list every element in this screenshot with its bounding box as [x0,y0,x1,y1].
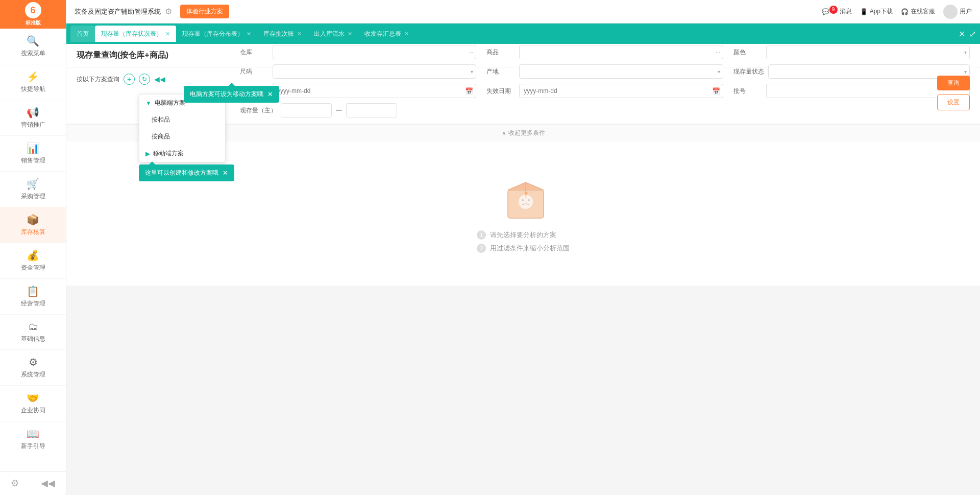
scheme-list: ▼ 电脑端方案 按相品 按商品 ▶ 移动端方案 [139,94,226,162]
tab-flow-close[interactable]: ✕ [348,31,352,37]
online-service-btn[interactable]: 🎧 在线客服 [901,7,935,16]
settings-gear-icon[interactable]: ⚙ [165,7,172,16]
production-date-start-wrapper: 📅 [273,84,476,98]
scheme-tooltip-close[interactable]: ✕ [267,90,273,98]
tab-inventory-dist[interactable]: 现存量（库存分布表） ✕ [176,26,257,42]
header-right: 💬 9 消息 📱 App下载 🎧 在线客服 用户 [822,5,972,19]
main-area: 装备及固定资产辅助管理系统 ⚙ 体验行业方案 💬 9 消息 📱 App下载 🎧 … [66,0,980,495]
goods-input[interactable] [519,45,723,59]
filter-row-stock-status: 现存量状态 ▾ [733,64,970,79]
tab-summary-close[interactable]: ✕ [404,31,409,37]
sidebar-collapse-btn[interactable]: ◀◀ [41,478,55,489]
tab-inventory-dist-label: 现存量（库存分布表） [182,30,243,38]
collaboration-icon: 🤝 [27,392,39,404]
filter-arrow-btn[interactable]: ◀◀ [154,75,165,83]
edit-tooltip-close[interactable]: ✕ [223,169,228,177]
filter-sync-btn[interactable]: ↻ [139,74,150,85]
warehouse-select-wrapper: ··· [273,45,476,59]
sidebar-item-quick-nav[interactable]: ⚡ 快捷导航 [0,64,66,100]
goods-select-wrapper: ··· [519,45,723,59]
quick-nav-icon: ⚡ [27,70,39,83]
production-date-start-input[interactable] [273,84,476,98]
tab-inventory-status-close[interactable]: ✕ [165,31,170,37]
sidebar-item-marketing[interactable]: 📢 营销推广 [0,100,66,136]
origin-select-wrapper: ▾ [519,64,723,79]
stock-main-start-input[interactable] [281,103,332,117]
tab-flow[interactable]: 出入库流水 ✕ [308,26,358,42]
purchase-icon: 🛒 [27,178,39,190]
warehouse-input[interactable] [273,45,476,59]
app-logo: 6 标准版 [0,0,66,29]
hint-num-2: 2 [477,244,486,253]
sidebar-item-purchase[interactable]: 🛒 采购管理 [0,172,66,207]
filter-section: 按以下方案查询 + ↻ ◀◀ 电脑方案可设为移动方案哦 ✕ [66,67,980,142]
sidebar-item-base-info[interactable]: 🗂 基础信息 [0,315,66,350]
svg-point-3 [528,199,530,201]
sidebar-item-management-label: 经营管理 [21,299,45,308]
scheme-mobile-arrow: ▶ [145,150,150,157]
sidebar-item-marketing-label: 营销推广 [21,121,45,129]
stock-main-end-input[interactable] [346,103,397,117]
sidebar-item-management[interactable]: 📋 经营管理 [0,279,66,315]
tab-summary[interactable]: 收发存汇总表 ✕ [358,26,415,42]
messages-btn[interactable]: 💬 9 消息 [822,7,852,16]
avatar [943,5,958,19]
stock-status-label: 现存量状态 [733,67,764,76]
tab-home-label: 首页 [77,30,89,38]
phone-icon: 📱 [860,8,868,15]
collapse-up-icon: ∧ [502,130,506,137]
finance-icon: 💰 [27,249,39,262]
sidebar-item-purchase-label: 采购管理 [21,192,45,201]
tab-batch-ledger-close[interactable]: ✕ [297,31,302,37]
system-title: 装备及固定资产辅助管理系统 [75,7,161,16]
sidebar-gear-btn[interactable]: ⚙ [11,478,19,489]
headset-icon: 🎧 [901,8,909,15]
sidebar-item-sales[interactable]: 📊 销售管理 [0,136,66,172]
sidebar-item-inventory[interactable]: 📦 库存核算 [0,207,66,243]
messages-label: 消息 [840,7,852,16]
filter-add-btn[interactable]: + [124,74,135,85]
header-left: 装备及固定资产辅助管理系统 ⚙ 体验行业方案 [75,5,229,18]
size-select[interactable] [273,64,476,79]
industry-btn[interactable]: 体验行业方案 [180,5,229,18]
scheme-item-2[interactable]: 按商品 [139,128,225,145]
sidebar-item-guide[interactable]: 📖 新手引导 [0,421,66,457]
tab-inventory-status[interactable]: 现存量（库存状况表） ✕ [95,26,176,42]
tab-inventory-dist-close[interactable]: ✕ [247,31,251,37]
set-button[interactable]: 设置 [937,95,970,110]
tab-fullscreen-btn[interactable]: ⤢ [969,29,976,39]
scheme-mobile-header: ▶ 移动端方案 [139,145,225,162]
tab-home[interactable]: 首页 [70,26,95,42]
management-icon: 📋 [27,285,39,297]
filter-row-expiry-date: 失效日期 📅 [486,84,723,98]
sidebar-item-collaboration[interactable]: 🤝 企业协同 [0,386,66,421]
stock-main-label: 现存量（主） [240,106,277,115]
sidebar-item-quick-nav-label: 快捷导航 [21,85,45,93]
scheme-desktop-arrow: ▼ [145,100,152,107]
color-select[interactable] [766,45,970,59]
sidebar-nav: 🔍 搜索菜单 ⚡ 快捷导航 📢 营销推广 📊 销售管理 🛒 采购管理 📦 库存核… [0,29,66,471]
sidebar-item-search[interactable]: 🔍 搜索菜单 [0,29,66,64]
svg-point-2 [522,199,524,201]
query-button[interactable]: 查询 [937,76,970,90]
origin-select[interactable] [519,64,723,79]
app-download-btn[interactable]: 📱 App下载 [860,7,893,16]
settings-icon: ⚙ [29,356,38,368]
sales-icon: 📊 [27,142,39,154]
sidebar-item-finance[interactable]: 💰 资金管理 [0,243,66,279]
tab-batch-ledger[interactable]: 库存批次账 ✕ [257,26,308,42]
sidebar: 6 标准版 🔍 搜索菜单 ⚡ 快捷导航 📢 营销推广 📊 销售管理 🛒 采购管理… [0,0,66,495]
page-title: 现存量查询(按仓库+商品) [77,50,168,61]
color-select-wrapper: ▾ [766,45,970,59]
logo-sublabel: 标准版 [26,19,41,27]
scheme-item-1[interactable]: 按相品 [139,111,225,128]
user-btn[interactable]: 用户 [943,5,972,19]
expiry-date-start-input[interactable] [519,84,723,98]
sidebar-item-settings[interactable]: ⚙ 系统管理 [0,350,66,386]
filter-grid: 仓库 ··· 商品 ··· [240,45,970,117]
tab-inventory-status-label: 现存量（库存状况表） [101,30,162,38]
size-label: 尺码 [240,67,268,76]
base-info-icon: 🗂 [28,321,38,333]
message-icon: 💬 [822,8,829,15]
tab-close-all-btn[interactable]: ✕ [959,29,965,39]
